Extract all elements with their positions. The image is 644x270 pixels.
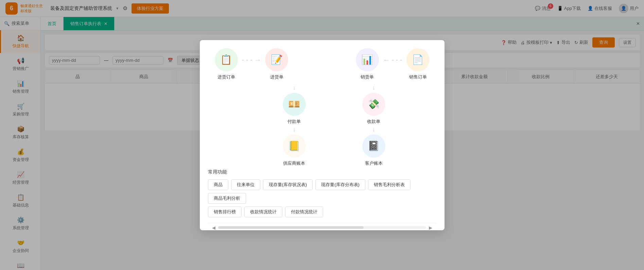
purchase-bill-circle: 📝 <box>265 48 288 71</box>
flow-grid: 📋 进货订单 - - - → 📝 进货单 <box>208 48 436 166</box>
sales-bill-label: 销货单 <box>361 74 374 80</box>
supplier-account-circle: 📒 <box>283 134 306 158</box>
arrow-right-1: - - - → <box>238 56 265 72</box>
flow-item-purchase-order: 📋 进货订单 <box>215 48 238 80</box>
flow-col-receipt: ↓ 💸 收款单 <box>362 83 385 125</box>
flow-item-customer-account: 📓 客户账本 <box>362 134 385 166</box>
flow-bottom-section: ↓ 📒 供应商账本 ↓ 📓 客户账本 <box>208 125 436 166</box>
arrow-down-customer: ↓ <box>372 126 375 133</box>
purchase-bill-label: 进货单 <box>270 74 283 80</box>
func-btn-inventory-status[interactable]: 现存量(库存状况表) <box>263 179 313 190</box>
flow-top-row: 📋 进货订单 - - - → 📝 进货单 <box>208 48 436 80</box>
purchase-order-circle: 📋 <box>215 48 238 71</box>
flow-col-supplier-account: ↓ 📒 供应商账本 <box>283 125 306 166</box>
modal-overlay[interactable]: 📋 进货订单 - - - → 📝 进货单 <box>0 0 644 270</box>
func-btn-payment-stats[interactable]: 付款情况统计 <box>285 206 323 217</box>
supplier-account-label: 供应商账本 <box>283 160 305 166</box>
sales-order-circle: 📄 <box>406 48 430 71</box>
sales-order-icon: 📄 <box>412 54 424 65</box>
sales-bill-circle: 📊 <box>356 48 379 71</box>
func-btn-contacts[interactable]: 往来单位 <box>231 179 260 190</box>
modal-dialog: 📋 进货订单 - - - → 📝 进货单 <box>200 40 445 230</box>
payment-label: 付款单 <box>288 119 301 125</box>
payment-icon: 💴 <box>288 98 300 110</box>
customer-account-icon: 📓 <box>368 140 380 151</box>
func-btn-sales-gross[interactable]: 销售毛利分析表 <box>368 179 411 190</box>
scroll-bar-area: ◀ ▶ <box>208 223 436 230</box>
common-functions: 常用功能 商品 往来单位 现存量(库存状况表) 现存量(库存分布表) 销售毛利分… <box>208 169 436 217</box>
flow-mid-section: ↓ 💴 付款单 ↓ 💸 <box>208 83 436 125</box>
flow-item-sales-bill: 📊 销货单 <box>356 48 379 80</box>
arrow-down-supplier: ↓ <box>293 126 296 133</box>
purchase-bill-icon: 📝 <box>271 54 283 65</box>
func-btn-sales-rank[interactable]: 销售排行榜 <box>208 206 242 217</box>
scroll-thumb <box>218 226 364 229</box>
func-buttons-row2: 销售排行榜 收款情况统计 付款情况统计 <box>208 206 436 217</box>
func-btn-product-gross[interactable]: 商品毛利分析 <box>208 193 246 204</box>
flow-col-payment: ↓ 💴 付款单 <box>283 83 306 125</box>
common-functions-title: 常用功能 <box>208 169 436 175</box>
func-btn-inventory-dist[interactable]: 现存量(库存分布表) <box>315 179 365 190</box>
arrow-down-receipt: ↓ <box>372 84 375 91</box>
func-buttons-row1: 商品 往来单位 现存量(库存状况表) 现存量(库存分布表) 销售毛利分析表 商品… <box>208 179 436 204</box>
func-btn-receipt-stats[interactable]: 收款情况统计 <box>244 206 282 217</box>
scroll-track[interactable] <box>218 226 426 229</box>
customer-account-label: 客户账本 <box>365 160 383 166</box>
arrow-down-payment: ↓ <box>293 84 296 91</box>
func-btn-product[interactable]: 商品 <box>208 179 228 190</box>
flow-item-payment: 💴 付款单 <box>283 93 306 125</box>
purchase-order-icon: 📋 <box>220 54 232 65</box>
payment-circle: 💴 <box>283 93 306 116</box>
receipt-icon: 💸 <box>368 98 380 110</box>
scroll-left-icon[interactable]: ◀ <box>212 225 215 230</box>
arrow-left-1: ← - - - <box>379 56 406 72</box>
flow-item-supplier-account: 📒 供应商账本 <box>283 134 306 166</box>
customer-account-circle: 📓 <box>362 134 385 158</box>
sales-order-label: 销售订单 <box>409 74 427 80</box>
purchase-order-label: 进货订单 <box>217 74 235 80</box>
flow-item-purchase-bill: 📝 进货单 <box>265 48 288 80</box>
scroll-right-icon[interactable]: ▶ <box>429 225 432 230</box>
sales-bill-icon: 📊 <box>361 54 373 65</box>
receipt-circle: 💸 <box>362 93 385 116</box>
receipt-label: 收款单 <box>367 119 380 125</box>
flow-item-receipt: 💸 收款单 <box>362 93 385 125</box>
flow-item-sales-order: 📄 销售订单 <box>406 48 430 80</box>
flow-col-customer-account: ↓ 📓 客户账本 <box>362 125 385 166</box>
supplier-account-icon: 📒 <box>288 140 300 151</box>
